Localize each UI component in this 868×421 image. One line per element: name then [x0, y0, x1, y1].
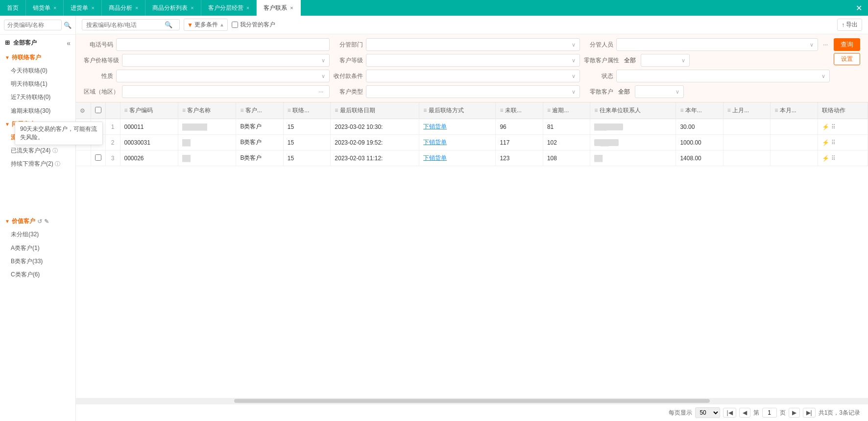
tab-close-customer-tier[interactable]: × [246, 5, 249, 11]
sidebar-group-value[interactable]: ▼ 价值客户 ↺ ✎ [0, 215, 75, 228]
tab-product-list[interactable]: 商品分析列表 × [145, 0, 201, 16]
horizontal-scrollbar[interactable] [76, 398, 868, 404]
last-page-button[interactable]: ▶| [803, 408, 816, 418]
sidebar-all-customers-label: ⊞ 全部客户 [5, 39, 37, 47]
row-customer-code: 00030031 [120, 135, 178, 150]
more-action-icon[interactable]: ⠿ [831, 155, 836, 162]
col-customer-code: ≡ 客户编码 [120, 102, 178, 119]
sidebar-item-churned[interactable]: 已流失客户(24) ⓘ [0, 144, 75, 157]
select-all-checkbox[interactable] [95, 107, 101, 113]
sidebar-item-c-class[interactable]: C类客户(6) [0, 268, 75, 281]
window-close-button[interactable]: ✕ [850, 3, 868, 13]
tab-home[interactable]: 首页 [0, 0, 26, 16]
page-input[interactable] [762, 408, 777, 418]
sidebar-collapse-icon[interactable]: « [67, 39, 71, 47]
first-page-button[interactable]: |◀ [723, 408, 736, 418]
filter-retail-select[interactable]: ∨ [635, 85, 684, 98]
filter-nature: 性质 ∨ [84, 70, 330, 82]
scrollbar-thumb[interactable] [234, 399, 709, 403]
toolbar-search-input[interactable] [86, 22, 165, 28]
filter-region-label: 区域（地区） [84, 88, 119, 96]
sidebar-item-tomorrow[interactable]: 明天待联络(1) [0, 77, 75, 91]
filter-more-icon[interactable]: ··· [821, 41, 830, 48]
more-action-icon[interactable]: ⠿ [831, 139, 836, 146]
filter-customer-level-label: 客户等级 [334, 56, 363, 65]
sidebar-item-7days[interactable]: 近7天待联络(0) [0, 91, 75, 104]
refresh-icon[interactable]: ↺ [37, 218, 42, 225]
contact-icon[interactable]: ⚡ [822, 124, 829, 130]
row-index: 1 [105, 119, 120, 135]
sidebar-item-b-class[interactable]: B类客户(33) [0, 255, 75, 268]
tab-close-customer-contact[interactable]: × [290, 5, 293, 11]
filter-retail-label: 零散客户 [584, 88, 613, 96]
tab-close-sales[interactable]: × [53, 5, 56, 11]
filter-phone-input[interactable] [116, 38, 330, 51]
tab-purchase[interactable]: 进货单 × [64, 0, 101, 16]
col-contact-action: 联络动作 [818, 102, 868, 119]
chevron-down-icon-2: ∨ [810, 42, 814, 48]
filter-payment-select[interactable]: ∨ [366, 70, 579, 82]
my-customers-checkbox[interactable] [232, 22, 238, 28]
page-label: 第 [753, 409, 759, 417]
filter-region-more[interactable]: ··· [316, 88, 325, 95]
filter-dept-select[interactable]: ∨ [366, 38, 579, 51]
tab-close-product-list[interactable]: × [191, 5, 193, 11]
sidebar-item-overdue[interactable]: 逾期未联络(30) [0, 104, 75, 118]
row-checkbox[interactable] [95, 154, 101, 161]
sidebar-search-input[interactable] [4, 20, 62, 30]
my-customers-checkbox-label[interactable]: 我分管的客户 [232, 21, 275, 29]
contact-icon[interactable]: ⚡ [822, 155, 829, 162]
tab-close-product-analysis[interactable]: × [135, 5, 138, 11]
row-actions-icon [76, 150, 91, 166]
tab-customer-contact[interactable]: 客户联系 × [257, 0, 300, 16]
chevron-down-icon-4: ∨ [572, 57, 576, 64]
filter-scatter-attr-select[interactable]: ∨ [641, 54, 690, 67]
tooltip-box: 90天未交易的客户，可能有流失风险。 [15, 122, 76, 145]
per-page-select[interactable]: 50 100 200 [695, 407, 720, 418]
filter-nature-select[interactable]: ∨ [116, 70, 330, 82]
filter-customer-level-select[interactable]: ∨ [366, 54, 579, 67]
row-last-contact-method: 下销货单 [419, 119, 496, 135]
arrow-icon: ▼ [5, 55, 10, 60]
settings-gear-icon[interactable]: ⚙ [80, 107, 85, 114]
filter-manager-select[interactable]: ∨ [616, 38, 818, 51]
filter-price-tier-select[interactable]: ∨ [122, 54, 330, 67]
row-this-year: 1408.00 [676, 150, 723, 166]
export-button[interactable]: ↑ 导出 [837, 19, 862, 31]
toolbar-search-box: 🔍 [82, 19, 180, 30]
table-row: 2 00030031 ██ B类客户 15 2023-02-09 19:52: … [76, 135, 868, 150]
more-conditions-button[interactable]: ▼ 更多条件 ▲ [184, 19, 228, 31]
prev-page-button[interactable]: ◀ [739, 408, 750, 418]
footer: 每页显示 50 100 200 |◀ ◀ 第 页 ▶ ▶| 共1页，3条记录 [76, 404, 868, 421]
col-last-contact-date: ≡ 最后联络日期 [331, 102, 419, 119]
sidebar-item-declining[interactable]: 持续下滑客户(2) ⓘ [0, 157, 75, 171]
query-button[interactable]: 查询 [834, 38, 860, 51]
filter-status-select[interactable]: ∨ [616, 70, 830, 82]
filter-customer-type-select[interactable]: ∨ [366, 85, 579, 98]
settings-button[interactable]: 设置 [834, 53, 860, 65]
sidebar-item-today[interactable]: 今天待联络(0) [0, 64, 75, 77]
tab-customer-tier[interactable]: 客户分层经营 × [201, 0, 257, 16]
more-action-icon[interactable]: ⠿ [831, 124, 836, 130]
contact-method-link[interactable]: 下销货单 [423, 123, 447, 130]
next-page-button[interactable]: ▶ [789, 408, 800, 418]
filter-price-tier: 客户价格等级 ∨ [84, 54, 330, 67]
tab-sales[interactable]: 销货单 × [26, 0, 64, 16]
sidebar-item-a-class[interactable]: A类客户(1) [0, 242, 75, 255]
tab-close-purchase[interactable]: × [91, 5, 94, 11]
sidebar-item-ungrouped[interactable]: 未分组(32) [0, 228, 75, 241]
sort-icon-6: ≡ [423, 107, 427, 114]
row-this-year: 1000.00 [676, 135, 723, 150]
filter-manager-label: 分管人员 [584, 41, 613, 49]
contact-icon[interactable]: ⚡ [822, 139, 829, 146]
edit-icon[interactable]: ✎ [44, 218, 49, 225]
row-contact-count: 15 [283, 135, 330, 150]
contact-method-link[interactable]: 下销货单 [423, 139, 447, 146]
filter-region-select[interactable]: ··· [122, 85, 330, 98]
tab-product-analysis[interactable]: 商品分析 × [102, 0, 145, 16]
contact-method-link[interactable]: 下销货单 [423, 154, 447, 161]
sidebar-group-pending[interactable]: ▼ 待联络客户 [0, 51, 75, 64]
info-icon-2: ⓘ [55, 161, 60, 167]
sidebar-all-customers-header[interactable]: ⊞ 全部客户 « [0, 35, 75, 51]
row-customer-type: B类客户 [236, 135, 283, 150]
